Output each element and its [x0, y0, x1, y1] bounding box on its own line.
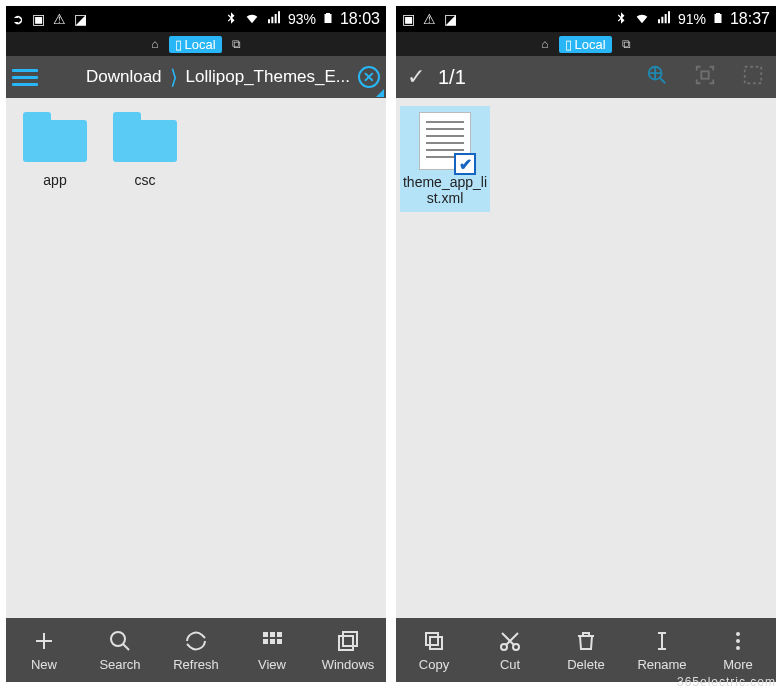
svg-point-0	[111, 632, 125, 646]
folder-grid: app csc	[6, 98, 386, 618]
more-button[interactable]: More	[703, 629, 773, 672]
folder-label: app	[43, 172, 66, 188]
wifi-icon	[634, 10, 650, 29]
search-button[interactable]: Search	[85, 629, 155, 672]
storage-badge[interactable]: ▯ Local	[169, 36, 222, 53]
delete-label: Delete	[567, 657, 605, 672]
status-bar: ➲ ▣ ⚠ ◪ 93% 18:03	[6, 6, 386, 32]
rename-label: Rename	[637, 657, 686, 672]
battery-text: 93%	[288, 11, 316, 27]
selection-bar: ✓ 1/1	[396, 56, 776, 98]
file-tile[interactable]: theme_app_list.xml	[400, 106, 490, 212]
loop-icon: ➲	[12, 11, 24, 27]
svg-rect-11	[745, 66, 762, 83]
folder-icon	[113, 112, 177, 162]
bluetooth-icon	[614, 11, 628, 28]
home-icon[interactable]: ⌂	[541, 37, 548, 51]
left-screenshot: ➲ ▣ ⚠ ◪ 93% 18:03 ⌂ ▯ Local	[6, 6, 386, 682]
storage-badge[interactable]: ▯ Local	[559, 36, 612, 53]
folder-icon	[23, 112, 87, 162]
location-bar: ⌂ ▯ Local ⧉	[6, 32, 386, 56]
battery-icon	[712, 10, 724, 29]
scan-icon[interactable]	[694, 64, 716, 91]
copy-label: Copy	[419, 657, 449, 672]
svg-rect-4	[263, 639, 268, 644]
battery-icon	[322, 10, 334, 29]
breadcrumb-current[interactable]: Lollipop_Themes_E...	[186, 67, 350, 87]
svg-rect-2	[270, 632, 275, 637]
bluetooth-icon	[224, 11, 238, 28]
cut-button[interactable]: Cut	[475, 629, 545, 672]
signal-icon	[656, 10, 672, 29]
warning-icon: ⚠	[423, 11, 436, 27]
location-bar: ⌂ ▯ Local ⧉	[396, 32, 776, 56]
svg-rect-8	[339, 636, 353, 650]
delete-button[interactable]: Delete	[551, 629, 621, 672]
svg-rect-3	[277, 632, 282, 637]
svg-point-18	[736, 646, 740, 650]
rename-button[interactable]: Rename	[627, 629, 697, 672]
home-icon[interactable]: ⌂	[151, 37, 158, 51]
refresh-button[interactable]: Refresh	[161, 629, 231, 672]
picture-icon: ▣	[402, 11, 415, 27]
view-label: View	[258, 657, 286, 672]
storage-label: Local	[575, 37, 606, 52]
file-grid: theme_app_list.xml	[396, 98, 776, 618]
sd-icon: ▯	[565, 37, 572, 52]
selection-count: 1/1	[438, 66, 638, 89]
svg-rect-6	[277, 639, 282, 644]
check-icon[interactable]: ✓	[402, 63, 430, 91]
right-screenshot: ▣ ⚠ ◪ 91% 18:37 ⌂ ▯ Local ⧉	[396, 6, 776, 682]
new-label: New	[31, 657, 57, 672]
search-label: Search	[99, 657, 140, 672]
storage-label: Local	[185, 37, 216, 52]
devices-icon[interactable]: ⧉	[622, 37, 631, 51]
clock-text: 18:03	[340, 10, 380, 28]
battery-text: 91%	[678, 11, 706, 27]
devices-icon[interactable]: ⧉	[232, 37, 241, 51]
svg-rect-1	[263, 632, 268, 637]
svg-rect-13	[426, 633, 438, 645]
checked-icon	[454, 153, 476, 175]
signal-icon	[266, 10, 282, 29]
picture-icon: ▣	[32, 11, 45, 27]
svg-point-17	[736, 639, 740, 643]
breadcrumb-bar: Download ⟩Lollipop_Themes_E... ✕	[6, 56, 386, 98]
menu-icon[interactable]	[12, 64, 38, 90]
net-search-icon[interactable]	[646, 64, 668, 91]
svg-rect-7	[343, 632, 357, 646]
warning-icon: ⚠	[53, 11, 66, 27]
notification-icon: ◪	[74, 11, 87, 27]
breadcrumb-separator: ⟩	[170, 65, 178, 89]
svg-rect-12	[430, 637, 442, 649]
folder-tile[interactable]: app	[10, 106, 100, 194]
wifi-icon	[244, 10, 260, 29]
more-label: More	[723, 657, 753, 672]
windows-button[interactable]: Windows	[313, 629, 383, 672]
notification-icon: ◪	[444, 11, 457, 27]
new-button[interactable]: New	[9, 629, 79, 672]
folder-tile[interactable]: csc	[100, 106, 190, 194]
file-label: theme_app_list.xml	[401, 174, 489, 206]
svg-point-16	[736, 632, 740, 636]
watermark: 365electric.com	[677, 675, 776, 689]
status-bar: ▣ ⚠ ◪ 91% 18:37	[396, 6, 776, 32]
svg-rect-5	[270, 639, 275, 644]
folder-label: csc	[135, 172, 156, 188]
view-button[interactable]: View	[237, 629, 307, 672]
bottom-toolbar: New Search Refresh View Windows	[6, 618, 386, 682]
copy-button[interactable]: Copy	[399, 629, 469, 672]
refresh-label: Refresh	[173, 657, 219, 672]
svg-rect-10	[701, 71, 708, 78]
clock-text: 18:37	[730, 10, 770, 28]
sd-icon: ▯	[175, 37, 182, 52]
windows-label: Windows	[322, 657, 375, 672]
select-all-icon[interactable]	[742, 64, 764, 91]
bottom-toolbar: Copy Cut Delete Rename More	[396, 618, 776, 682]
breadcrumb-parent[interactable]: Download	[86, 67, 162, 87]
cut-label: Cut	[500, 657, 520, 672]
file-icon	[419, 112, 471, 170]
close-icon[interactable]: ✕	[358, 66, 380, 88]
